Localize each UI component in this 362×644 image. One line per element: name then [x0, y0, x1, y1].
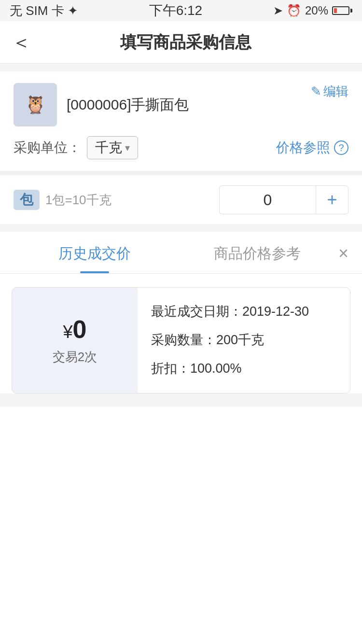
unit-selector-group: 采购单位： 千克 ▾ — [14, 136, 138, 159]
quantity-plus-button[interactable]: + — [316, 185, 348, 214]
edit-label: 编辑 — [323, 83, 348, 100]
trade-detail-date: 最近成交日期：2019-12-30 — [151, 301, 336, 322]
tabs-close-button[interactable]: × — [338, 232, 348, 273]
trade-card-details: 最近成交日期：2019-12-30 采购数量：200千克 折扣：100.00% — [138, 288, 350, 393]
info-icon: ? — [334, 140, 348, 155]
battery-icon — [332, 6, 352, 15]
tab-price-reference[interactable]: 商品价格参考 — [176, 232, 338, 273]
unit-conversion-label: 1包=10千克 — [45, 192, 111, 209]
trade-detail-quantity: 采购数量：200千克 — [151, 330, 336, 350]
quantity-value: 0 — [264, 191, 272, 209]
tabs-section: 历史成交价 商品价格参考 × ¥0 交易2次 最近成交日期：2019-12-30… — [0, 232, 362, 393]
nav-bar: ＜ 填写商品采购信息 — [0, 21, 362, 64]
quantity-label: 采购数量： — [151, 333, 216, 347]
trade-card: ¥0 交易2次 最近成交日期：2019-12-30 采购数量：200千克 折扣：… — [12, 287, 350, 393]
discount-value: 100.00% — [190, 361, 242, 376]
battery-percent: 20% — [305, 4, 328, 17]
quantity-section: 包 1包=10千克 0 + — [0, 176, 362, 224]
quantity-detail-value: 200千克 — [216, 333, 264, 347]
alarm-icon: ⏰ — [287, 4, 301, 17]
trade-detail-discount: 折扣：100.00% — [151, 358, 336, 379]
page-title: 填写商品采购信息 — [41, 31, 331, 54]
chevron-down-icon: ▾ — [125, 142, 130, 154]
back-button[interactable]: ＜ — [12, 29, 41, 56]
unit-label: 采购单位： — [14, 139, 81, 157]
edit-icon: ✎ — [311, 84, 321, 99]
price-ref-label: 价格参照 — [276, 139, 330, 157]
location-icon: ➤ — [273, 4, 283, 17]
quantity-unit-group: 包 1包=10千克 — [14, 190, 111, 210]
trade-count: 交易2次 — [53, 349, 97, 365]
tabs-header: 历史成交价 商品价格参考 × — [0, 232, 362, 274]
unit-value: 千克 — [95, 139, 122, 157]
edit-button[interactable]: ✎ 编辑 — [311, 83, 348, 100]
unit-box-label: 包 — [14, 190, 40, 210]
trade-card-price-panel: ¥0 交易2次 — [12, 288, 138, 393]
product-logo-icon: 🦉 — [25, 95, 46, 115]
discount-label: 折扣： — [151, 361, 190, 376]
price-reference-button[interactable]: 价格参照 ? — [276, 139, 348, 157]
date-value: 2019-12-30 — [242, 304, 309, 319]
product-info-left: 🦉 [0000006]手撕面包 — [14, 83, 189, 126]
currency-symbol: ¥ — [63, 322, 73, 342]
status-right-group: ➤ ⏰ 20% — [273, 4, 352, 17]
status-bar: 无 SIM 卡 ✦ 下午6:12 ➤ ⏰ 20% — [0, 0, 362, 21]
quantity-input-group: 0 + — [219, 185, 348, 214]
tab-history-price[interactable]: 历史成交价 — [14, 232, 176, 273]
quantity-input[interactable]: 0 — [219, 185, 316, 214]
product-thumbnail: 🦉 — [14, 83, 57, 126]
status-time: 下午6:12 — [149, 1, 203, 20]
status-carrier: 无 SIM 卡 ✦ — [10, 2, 78, 19]
price-value: 0 — [73, 315, 87, 343]
date-label: 最近成交日期： — [151, 304, 242, 319]
unit-dropdown[interactable]: 千克 ▾ — [87, 136, 138, 159]
product-section: 🦉 [0000006]手撕面包 ✎ 编辑 采购单位： 千克 ▾ 价格参照 ? — [0, 71, 362, 171]
empty-content-area — [0, 407, 362, 644]
product-name: [0000006]手撕面包 — [67, 95, 189, 115]
section-divider — [0, 171, 362, 175]
trade-price: ¥0 — [63, 315, 87, 344]
